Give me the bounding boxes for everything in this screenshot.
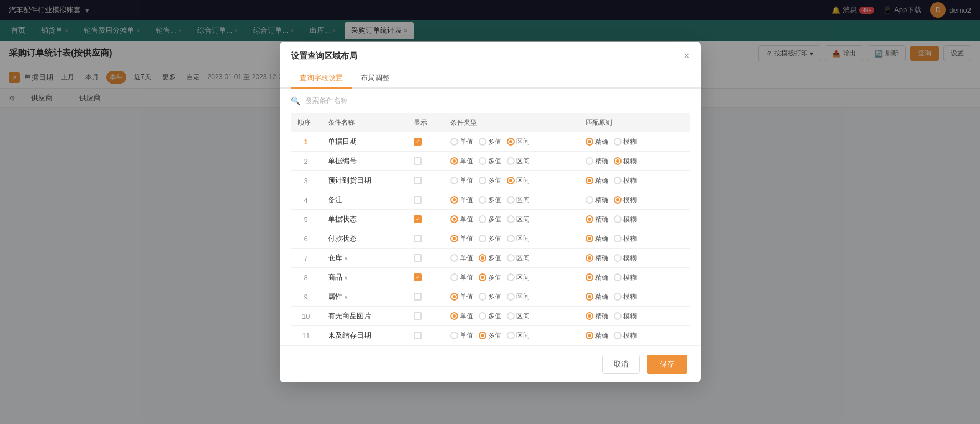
dialog-search-area: 🔍: [280, 89, 701, 108]
dialog-close-button[interactable]: ×: [684, 50, 690, 62]
dialog-tabs: 查询字段设置 布局调整: [280, 69, 701, 89]
tab-query-fields[interactable]: 查询字段设置: [291, 69, 352, 89]
dialog-overlay: 设置查询区域布局 × 查询字段设置 布局调整 🔍 顺序: [0, 0, 980, 108]
search-icon: 🔍: [291, 96, 300, 105]
search-input[interactable]: [305, 95, 690, 106]
dialog-title: 设置查询区域布局: [291, 51, 357, 61]
tab-layout-label: 布局调整: [361, 74, 389, 82]
settings-dialog: 设置查询区域布局 × 查询字段设置 布局调整 🔍 顺序: [280, 42, 701, 108]
dialog-header: 设置查询区域布局 ×: [280, 42, 701, 62]
tab-layout[interactable]: 布局调整: [352, 69, 398, 89]
tab-query-fields-label: 查询字段设置: [300, 74, 343, 82]
